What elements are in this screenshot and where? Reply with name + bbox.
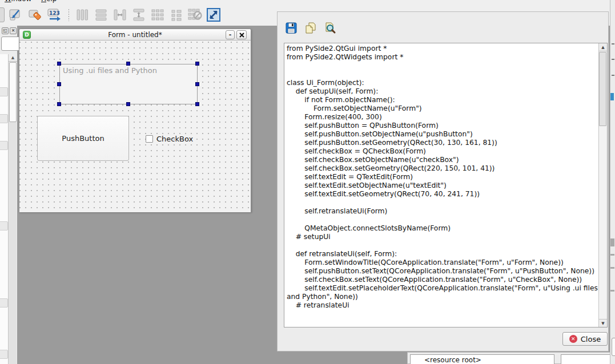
- form-canvas[interactable]: Using .ui files and Python PushButton Ch…: [19, 41, 251, 212]
- list-item[interactable]: [0, 298, 8, 308]
- svg-text:123: 123: [49, 10, 60, 16]
- code-editor[interactable]: from PySide2.QtGui import * from PySide2…: [284, 43, 608, 327]
- close-button-label: Close: [581, 335, 601, 343]
- code-text: from PySide2.QtGui import * from PySide2…: [287, 45, 598, 310]
- list-item[interactable]: [0, 350, 8, 359]
- resource-tree[interactable]: <resource root>: [410, 354, 554, 364]
- textedit-placeholder: Using .ui files and Python: [63, 66, 157, 75]
- widget-filter-input[interactable]: [1, 37, 21, 51]
- code-preview-dialog: from PySide2.QtGui import * from PySide2…: [277, 11, 609, 351]
- list-item[interactable]: [0, 221, 8, 230]
- tree-fragment: [610, 267, 614, 269]
- form-window: D Form - untitled* - Using .ui files and…: [19, 29, 251, 212]
- close-window-button[interactable]: [236, 30, 247, 39]
- widget-box-panel: ◱ ✕ ▲: [0, 26, 17, 364]
- selection-handle[interactable]: [126, 62, 130, 66]
- edit-signals-slots-icon[interactable]: [8, 7, 23, 22]
- selection-handle[interactable]: [126, 102, 130, 106]
- checkbox-label: CheckBox: [156, 135, 193, 143]
- list-item[interactable]: [0, 87, 8, 96]
- dock-close-icon[interactable]: ✕: [10, 27, 17, 34]
- code-scrollbar[interactable]: ▲ ▼: [598, 43, 607, 327]
- selection-handle[interactable]: [57, 102, 61, 106]
- tree-fragment: [612, 75, 614, 76]
- close-icon: ✕: [569, 335, 577, 343]
- selection-handle[interactable]: [57, 62, 61, 66]
- scrollbar-thumb[interactable]: [9, 62, 17, 122]
- menu-window[interactable]: Window: [5, 0, 31, 3]
- toolbar-separator: [68, 9, 70, 21]
- find-icon[interactable]: [323, 21, 337, 35]
- tree-fragment: [610, 290, 614, 292]
- layout-horizontally-icon: [75, 7, 90, 22]
- widget-list[interactable]: [0, 54, 8, 364]
- scroll-down-icon[interactable]: ▼: [599, 319, 607, 327]
- selected-row-fragment: [610, 93, 614, 100]
- list-item[interactable]: [0, 114, 8, 123]
- close-button[interactable]: ✕ Close: [562, 332, 608, 346]
- checkbox-indicator[interactable]: [146, 135, 153, 143]
- dock-float-icon[interactable]: ◱: [2, 27, 9, 34]
- layout-grid-icon: [150, 7, 165, 22]
- layout-splitter-horizontal-icon: [112, 7, 127, 22]
- menu-help[interactable]: Help: [41, 0, 57, 3]
- selection-handle[interactable]: [195, 62, 199, 66]
- form-titlebar[interactable]: D Form - untitled* -: [19, 29, 251, 41]
- resource-browser-panel: <resource root>: [407, 352, 615, 364]
- edit-widgets-icon[interactable]: [0, 7, 5, 22]
- scroll-up-icon[interactable]: ▲: [9, 54, 17, 62]
- tree-fragment: [612, 43, 614, 45]
- code-dialog-toolbar: [284, 21, 337, 36]
- tree-fragment: [610, 254, 614, 256]
- edit-tab-order-icon[interactable]: 123: [47, 7, 62, 22]
- widget-list-scrollbar[interactable]: ▲: [8, 54, 17, 364]
- save-icon[interactable]: [284, 21, 298, 35]
- copy-icon[interactable]: [304, 21, 317, 35]
- pushbutton-label: PushButton: [62, 134, 104, 143]
- adjust-size-icon[interactable]: [206, 7, 221, 22]
- selection-handle[interactable]: [195, 102, 199, 106]
- scroll-up-icon[interactable]: ▲: [599, 43, 607, 51]
- list-item[interactable]: [0, 141, 8, 150]
- layout-splitter-vertical-icon: [131, 7, 146, 22]
- tree-fragment: [610, 238, 614, 246]
- selection-handle[interactable]: [195, 82, 199, 86]
- button-fragment: [612, 338, 615, 356]
- resource-root-item[interactable]: <resource root>: [424, 356, 481, 364]
- resource-detail-box[interactable]: [561, 354, 615, 364]
- form-window-title: Form - untitled*: [19, 31, 251, 39]
- textedit-widget[interactable]: Using .ui files and Python: [59, 64, 198, 104]
- layout-form-icon: [169, 7, 184, 22]
- selection-handle[interactable]: [57, 82, 61, 86]
- checkbox-widget[interactable]: CheckBox: [146, 127, 203, 151]
- property-panel-strip: [610, 0, 615, 364]
- scrollbar-thumb[interactable]: [599, 52, 606, 126]
- edit-buddies-icon[interactable]: [28, 7, 43, 22]
- minimize-button[interactable]: -: [226, 30, 235, 39]
- break-layout-icon: [188, 7, 203, 22]
- layout-vertically-icon: [94, 7, 108, 22]
- pushbutton-widget[interactable]: PushButton: [37, 116, 129, 161]
- tree-fragment: [612, 59, 614, 60]
